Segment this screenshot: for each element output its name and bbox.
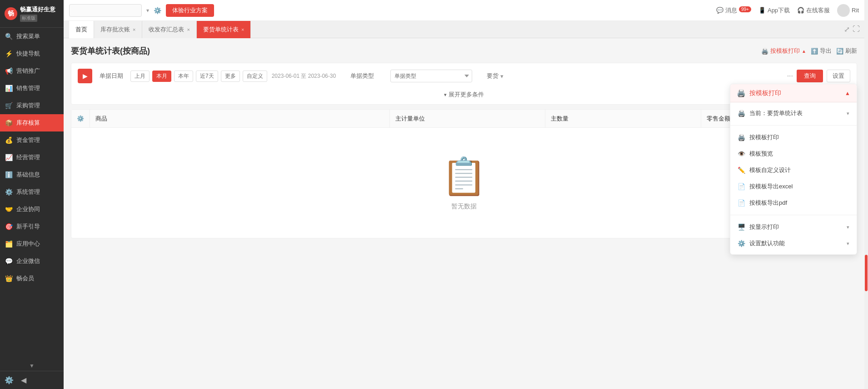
shortcut-icon: ⚡ [5,50,13,58]
display-print-arrow: ▾ [847,224,849,230]
expand-more-btn[interactable]: ▾ 展开更多条件 [444,91,484,99]
sidebar-item-basics[interactable]: ℹ️ 基础信息 [0,166,64,183]
export-excel-icon: 📄 [738,183,745,190]
dropdown-item-export-pdf[interactable]: 📄 按模板导出pdf [730,195,857,211]
dropdown-item-display-print[interactable]: 🖥️ 按显示打印 ▾ [730,219,857,235]
template-print-icon: 🖨️ [738,134,745,141]
dropdown-current-section: 🖨️ 当前：要货单统计表 ▾ [730,102,857,124]
chevron-down-icon: ▾ [444,92,447,98]
th-unit: 主计量单位 [390,110,545,127]
trial-btn[interactable]: 体验行业方案 [166,4,214,17]
system-icon: ⚙️ [5,188,13,196]
tab-order-stats[interactable]: 要货单统计表 × [197,21,251,38]
export-btn[interactable]: ⬆️ 导出 [811,47,832,55]
scrollbar-thumb [865,255,868,291]
refresh-icon: 🔄 [836,48,843,55]
dropdown-current-item[interactable]: 🖨️ 当前：要货单统计表 ▾ [730,105,857,121]
page-header: 要货单统计表(按商品) 🖨️ 按模板打印 ▲ ⬆️ 导出 🔄 刷新 [71,45,857,56]
wechat-icon: 💬 [5,257,13,265]
setting-btn[interactable]: 设置 [827,70,850,82]
date-btn-this-month[interactable]: 本月 [152,71,171,82]
sidebar-item-search[interactable]: 🔍 搜索菜单 [0,28,64,45]
sidebar-item-operation[interactable]: 📈 经营管理 [0,149,64,166]
filter-row-1: ▶ 单据日期 上月 本月 本年 近7天 更多 自定义 2023-06-01 至 … [78,69,850,83]
sidebar-bottom: ⚙️ ◀ [0,371,64,389]
topbar-gear-icon[interactable]: ⚙️ [154,7,161,14]
tab-home[interactable]: 首页 [69,21,94,38]
tab-close-inventory-batch[interactable]: × [133,27,135,32]
print-template-btn[interactable]: 🖨️ 按模板打印 ▲ [761,47,806,55]
sidebar-item-purchase[interactable]: 🛒 采购管理 [0,97,64,114]
topbar-chevron-icon[interactable]: ▾ [146,7,149,14]
mobile-icon: 📱 [758,7,766,14]
date-btn-more[interactable]: 更多 [221,71,240,82]
tab-inventory-batch[interactable]: 库存批次账 × [94,21,142,38]
yaohuodan-chevron[interactable]: ▾ [500,73,504,80]
sidebar-item-apps[interactable]: 🗂️ 应用中心 [0,235,64,253]
th-checkbox: ⚙️ [71,110,90,127]
main-area: ▾ ⚙️ 体验行业方案 💬 消息 99+ 📱 App下载 🎧 在线客服 Rit [64,0,864,389]
logo-icon: 畅 [5,7,17,20]
date-btn-this-year[interactable]: 本年 [174,71,193,82]
tab-receipt-summary[interactable]: 收发存汇总表 × [142,21,196,38]
dropdown-item-template-preview[interactable]: 👁️ 模板预览 [730,146,857,162]
empty-text: 暂无数据 [451,202,477,211]
sidebar-item-finance[interactable]: 💰 资金管理 [0,131,64,149]
th-qty: 主数量 [545,110,701,127]
tab-bar: 首页 库存批次账 × 收发存汇总表 × 要货单统计表 × ⤢ ⛶ [64,21,864,38]
more-options-icon[interactable]: ··· [787,72,793,80]
sidebar-item-sales[interactable]: 📊 销售管理 [0,80,64,97]
sales-icon: 📊 [5,84,13,92]
tab-expand-area: ⤢ ⛶ [844,25,860,34]
current-print-icon: 🖨️ [738,110,745,117]
filter-right-actions: ··· 查询 设置 [787,70,850,82]
date-btn-last-month[interactable]: 上月 [130,71,150,82]
topbar: ▾ ⚙️ 体验行业方案 💬 消息 99+ 📱 App下载 🎧 在线客服 Rit [64,0,864,21]
app-download-btn[interactable]: 📱 App下载 [758,6,790,15]
dropdown-item-set-default[interactable]: ⚙️ 设置默认功能 ▾ [730,235,857,252]
sidebar-item-system[interactable]: ⚙️ 系统管理 [0,183,64,201]
filter-toggle-btn[interactable]: ▶ [78,69,92,83]
marketing-icon: 📢 [5,67,13,75]
sidebar-scroll-down[interactable]: ▼ [0,361,64,371]
dropdown-item-template-design[interactable]: ✏️ 模板自定义设计 [730,162,857,178]
dropdown-item-export-excel[interactable]: 📄 按模板导出excel [730,178,857,195]
dropdown-item-template-print[interactable]: 🖨️ 按模板打印 [730,129,857,146]
messages-btn[interactable]: 💬 消息 99+ [716,6,751,15]
filter-yaohuodan: 要货 ▾ [487,72,504,80]
dropdown-header-left: 🖨️ 按模板打印 [737,89,781,97]
online-service-btn[interactable]: 🎧 在线客服 [797,6,830,15]
export-icon: ⬆️ [811,48,818,55]
tab-fullscreen-icon[interactable]: ⛶ [853,25,860,34]
sidebar-item-marketing[interactable]: 📢 营销推广 [0,62,64,80]
type-select[interactable]: 单据类型 [390,70,472,82]
date-btn-custom[interactable]: 自定义 [243,71,267,82]
tab-maximize-icon[interactable]: ⤢ [844,25,850,34]
right-scrollbar[interactable] [864,0,868,389]
refresh-btn[interactable]: 🔄 刷新 [836,47,857,55]
purchase-icon: 🛒 [5,101,13,110]
sidebar-item-guide[interactable]: 🎯 新手引导 [0,218,64,235]
enterprise-icon: 🤝 [5,205,13,213]
settings-col-icon[interactable]: ⚙️ [77,115,84,122]
tab-close-order-stats[interactable]: × [241,27,244,32]
filter-dates: 上月 本月 本年 近7天 更多 自定义 2023-06-01 至 2023-06… [130,71,336,82]
sidebar-item-inventory[interactable]: 📦 库存核算 [0,114,64,131]
template-design-icon: ✏️ [738,167,745,174]
content-area: 要货单统计表(按商品) 🖨️ 按模板打印 ▲ ⬆️ 导出 🔄 刷新 [64,38,864,389]
topbar-search-input[interactable] [69,4,142,17]
sidebar-item-enterprise[interactable]: 🤝 企业协同 [0,201,64,218]
user-avatar[interactable]: Rit [837,4,859,17]
sidebar-item-member[interactable]: 👑 畅会员 [0,270,64,287]
query-btn[interactable]: 查询 [797,70,823,82]
settings-icon[interactable]: ⚙️ [5,376,14,384]
sidebar-item-wechat[interactable]: 💬 企业微信 [0,253,64,270]
export-pdf-icon: 📄 [738,199,745,207]
sidebar-item-shortcut[interactable]: ⚡ 快捷导航 [0,45,64,62]
logo-text: 畅赢通好生意 标准版 [20,5,55,22]
filter-type-group: 单据类型 [390,70,472,82]
tab-close-receipt-summary[interactable]: × [187,27,190,32]
date-btn-7days[interactable]: 近7天 [196,71,218,82]
dropdown-header[interactable]: 🖨️ 按模板打印 ▲ [730,84,857,102]
collapse-icon[interactable]: ◀ [21,376,26,384]
